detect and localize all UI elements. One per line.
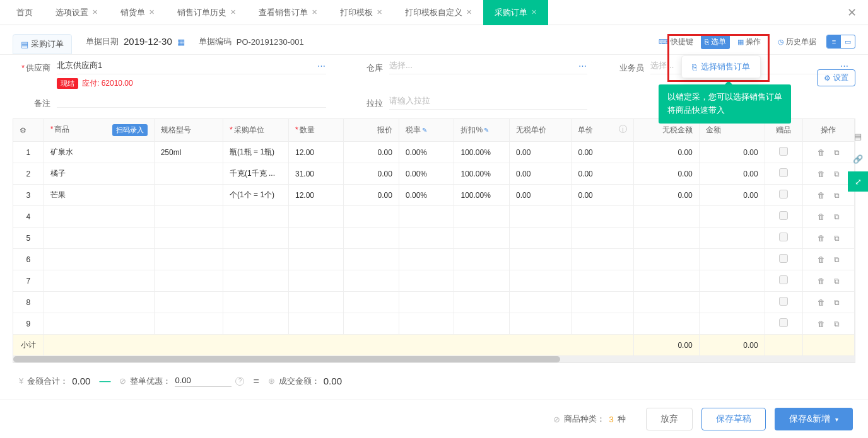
delete-icon[interactable]: 🗑 [818, 255, 825, 264]
table-row[interactable]: 9🗑⧉ [13, 313, 855, 335]
edit-icon[interactable]: ✎ [422, 127, 427, 134]
delete-icon[interactable]: 🗑 [818, 191, 825, 200]
delete-icon[interactable]: 🗑 [818, 212, 825, 221]
col-quote[interactable]: 报价 [344, 119, 399, 142]
gift-checkbox[interactable] [779, 190, 788, 199]
list-view-icon[interactable]: ≡ [827, 35, 841, 48]
date-field[interactable]: 单据日期 2019-12-30 ▦ [86, 36, 185, 48]
table-row[interactable]: 6🗑⧉ [13, 249, 855, 270]
operate-btn[interactable]: ▦操作 [734, 35, 765, 49]
scan-badge[interactable]: 扫码录入 [112, 124, 148, 136]
col-unit[interactable]: *采购单位 [223, 119, 289, 142]
help-icon[interactable]: ? [235, 377, 244, 386]
close-icon[interactable]: ✕ [92, 8, 98, 16]
close-all-icon[interactable]: ✕ [847, 6, 863, 20]
due-amount: 应付: 62010.00 [82, 78, 133, 89]
payment-badge: 现结 [57, 78, 78, 89]
table-row[interactable]: 3芒果个(1个 = 1个)12.000.000.00%100.00%0.000.… [13, 185, 855, 206]
view-toggle[interactable]: ≡ ▭ [826, 35, 855, 49]
copy-icon[interactable]: ⧉ [834, 234, 840, 243]
link-icon[interactable]: 🔗 [848, 149, 868, 169]
table-row[interactable]: 5🗑⧉ [13, 228, 855, 249]
close-icon[interactable]: ✕ [149, 8, 155, 16]
header-actions: ⌨快捷键 ⎘选单 ▦操作 | ◷历史单据 ≡ ▭ [655, 35, 855, 49]
gift-checkbox[interactable] [779, 318, 788, 327]
copy-icon[interactable]: ⧉ [834, 191, 840, 200]
copy-icon[interactable]: ⧉ [834, 298, 840, 307]
table-row[interactable]: 1矿泉水250ml瓶(1瓶 = 1瓶)12.000.000.00%100.00%… [13, 142, 855, 163]
tab-sales-bill[interactable]: 销货单✕ [109, 0, 166, 25]
gift-checkbox[interactable] [779, 297, 788, 306]
settings-button[interactable]: ⚙ 设置 [817, 69, 855, 86]
col-op: 操作 [802, 119, 854, 142]
tab-purchase-order[interactable]: 采购订单✕ [483, 0, 548, 25]
gift-checkbox[interactable] [779, 254, 788, 263]
col-spec[interactable]: 规格型号 [154, 119, 223, 142]
side-rail: ▤ 🔗 ⤢ [848, 126, 868, 192]
expand-icon[interactable]: ⤢ [848, 171, 868, 192]
gift-checkbox[interactable] [779, 211, 788, 220]
gift-checkbox[interactable] [779, 275, 788, 284]
lookup-icon[interactable]: ⋯ [317, 61, 326, 71]
gift-checkbox[interactable] [779, 168, 788, 177]
calendar-icon[interactable]: ▦ [177, 37, 185, 47]
select-bill-dropdown[interactable]: ⎘ 选择销售订单 [681, 55, 761, 78]
table-row[interactable]: 7🗑⧉ [13, 270, 855, 292]
table-row[interactable]: 4🗑⧉ [13, 206, 855, 228]
copy-icon[interactable]: ⧉ [834, 148, 840, 157]
tab-print-tpl[interactable]: 打印模板✕ [329, 0, 394, 25]
tab-home[interactable]: 首页 [5, 0, 44, 25]
info-icon[interactable]: i [619, 125, 627, 133]
lala-field[interactable]: 拉拉 请输入拉拉 [351, 95, 588, 110]
col-product[interactable]: *商品扫码录入 [44, 119, 154, 142]
close-icon[interactable]: ✕ [377, 8, 382, 16]
tab-view-sales[interactable]: 查看销售订单✕ [247, 0, 329, 25]
order-discount[interactable]: ⊘ 整单优惠： 0.00 ? [119, 376, 244, 387]
col-qty[interactable]: *数量 [288, 119, 344, 142]
totals-bar: ¥ 金额合计： 0.00 — ⊘ 整单优惠： 0.00 ? = ⊛ 成交金额： … [0, 363, 868, 399]
lookup-icon[interactable]: ⋯ [578, 61, 587, 71]
tab-print-custom[interactable]: 打印模板自定义✕ [394, 0, 483, 25]
warehouse-field[interactable]: 仓库 选择... ⋯ [351, 60, 588, 74]
gear-icon: ⚙ [824, 74, 831, 83]
col-price[interactable]: 单价i [572, 119, 633, 142]
notes-icon[interactable]: ▤ [848, 126, 868, 146]
horizontal-scrollbar[interactable] [13, 356, 855, 362]
tab-options[interactable]: 选项设置✕ [44, 0, 109, 25]
copy-icon[interactable]: ⧉ [834, 320, 840, 328]
delete-icon[interactable]: 🗑 [818, 234, 825, 243]
col-tax[interactable]: 税率✎ [399, 119, 454, 142]
edit-icon[interactable]: ✎ [484, 127, 489, 134]
close-icon[interactable]: ✕ [531, 8, 537, 16]
delete-icon[interactable]: 🗑 [818, 277, 825, 285]
delete-icon[interactable]: 🗑 [818, 148, 825, 157]
copy-icon[interactable]: ⧉ [834, 255, 840, 264]
delete-icon[interactable]: 🗑 [818, 320, 825, 328]
close-icon[interactable]: ✕ [230, 8, 236, 16]
delete-icon[interactable]: 🗑 [818, 298, 825, 307]
select-bill-btn[interactable]: ⎘选单 [701, 35, 730, 49]
col-price-notax[interactable]: 无税单价 [509, 119, 571, 142]
copy-icon[interactable]: ⧉ [834, 212, 840, 221]
close-icon[interactable]: ✕ [312, 8, 317, 16]
select-icon: ⎘ [692, 62, 697, 72]
col-discount[interactable]: 折扣%✎ [454, 119, 510, 142]
shortcut-btn[interactable]: ⌨快捷键 [655, 35, 697, 49]
remark-field[interactable]: 备注 [19, 95, 326, 109]
gear-icon[interactable]: ⚙ [13, 119, 44, 142]
delete-icon[interactable]: 🗑 [818, 170, 825, 178]
table-row[interactable]: 2橘子千克(1千克 ...31.000.000.00%100.00%0.000.… [13, 163, 855, 185]
gift-checkbox[interactable] [779, 147, 788, 156]
select-icon: ⎘ [705, 38, 709, 45]
history-icon: ◷ [778, 38, 784, 46]
copy-icon[interactable]: ⧉ [834, 277, 840, 285]
supplier-field[interactable]: *供应商 北京供应商1 ⋯ 现结 应付: 62010.00 [19, 60, 326, 89]
close-icon[interactable]: ✕ [466, 8, 472, 16]
tab-sales-history[interactable]: 销售订单历史✕ [166, 0, 247, 25]
gift-checkbox[interactable] [779, 233, 788, 241]
table-row[interactable]: 8🗑⧉ [13, 292, 855, 313]
card-view-icon[interactable]: ▭ [841, 35, 855, 48]
tutorial-tooltip: 以销定采，您可以选择销售订单将商品快速带入 [659, 84, 791, 124]
history-btn[interactable]: ◷历史单据 [774, 35, 820, 49]
copy-icon[interactable]: ⧉ [834, 170, 840, 178]
